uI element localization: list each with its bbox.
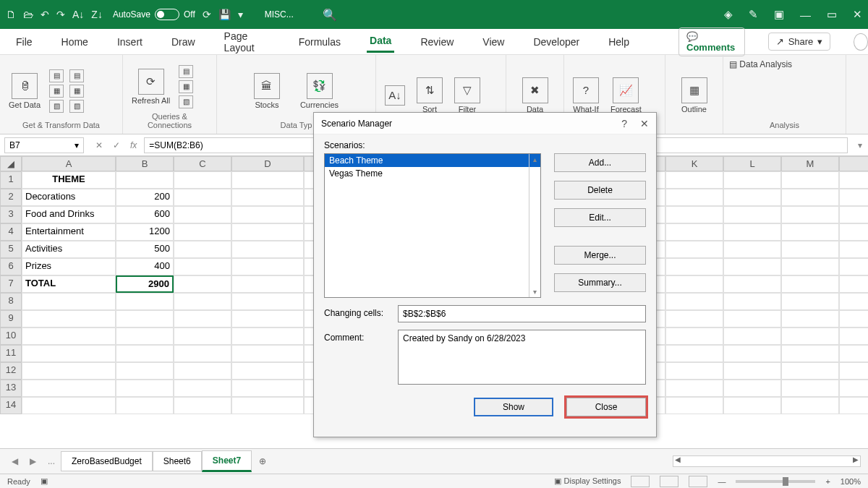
autosave-toggle[interactable]: [155, 9, 179, 20]
cell[interactable]: [231, 345, 304, 362]
cell[interactable]: [781, 241, 839, 258]
cell[interactable]: [174, 241, 231, 258]
row-header[interactable]: 14: [0, 397, 22, 414]
sheet-nav-next[interactable]: ▶: [24, 456, 42, 466]
cell[interactable]: [22, 345, 116, 362]
existing-icon[interactable]: ▦: [69, 85, 84, 98]
cell[interactable]: [781, 171, 839, 189]
row-header[interactable]: 3: [0, 206, 22, 223]
tab-help[interactable]: Help: [605, 32, 632, 52]
cell[interactable]: [723, 223, 781, 241]
gem-icon[interactable]: ◈: [724, 8, 733, 21]
close-icon[interactable]: ✕: [853, 8, 862, 21]
cell[interactable]: [116, 362, 174, 380]
cell[interactable]: [781, 345, 839, 362]
currencies-button[interactable]: 💱Currencies: [297, 72, 341, 111]
cell[interactable]: [116, 171, 174, 189]
share-button[interactable]: ↗ Share ▾: [768, 33, 831, 51]
tab-data[interactable]: Data: [367, 30, 394, 53]
cell[interactable]: [781, 362, 839, 380]
zoom-out[interactable]: —: [718, 477, 726, 486]
add-sheet-button[interactable]: ⊕: [252, 453, 273, 469]
filter-button[interactable]: ▽Filter: [451, 76, 483, 115]
autosave[interactable]: AutoSave Off: [113, 9, 195, 20]
horizontal-scrollbar[interactable]: [673, 455, 861, 467]
cell[interactable]: [22, 310, 116, 328]
links-icon[interactable]: ▧: [179, 95, 193, 108]
col-header[interactable]: B: [116, 156, 174, 171]
cell[interactable]: [231, 310, 304, 328]
cell[interactable]: [174, 310, 231, 328]
cell[interactable]: [665, 380, 723, 397]
undo-icon[interactable]: ↶: [41, 9, 49, 20]
cell[interactable]: [174, 397, 231, 414]
cell[interactable]: [174, 345, 231, 362]
cell[interactable]: Entertainment: [22, 223, 116, 241]
cell[interactable]: [231, 223, 304, 241]
cell[interactable]: 2900: [116, 275, 174, 293]
cell[interactable]: [116, 310, 174, 328]
cell[interactable]: [116, 397, 174, 414]
cell[interactable]: [839, 241, 868, 258]
open-icon[interactable]: 🗁: [23, 9, 33, 20]
cell[interactable]: [231, 328, 304, 345]
cell[interactable]: [665, 189, 723, 206]
cell[interactable]: Prizes: [22, 258, 116, 275]
tab-review[interactable]: Review: [417, 32, 456, 52]
cell[interactable]: [781, 258, 839, 275]
sheet-tab[interactable]: Sheet6: [153, 451, 202, 471]
col-header[interactable]: L: [723, 156, 781, 171]
from-table-icon[interactable]: ▧: [49, 100, 64, 113]
new-icon[interactable]: 🗋: [6, 9, 16, 20]
refresh-icon[interactable]: ⟳: [203, 9, 211, 20]
cell[interactable]: 200: [116, 189, 174, 206]
sheet-more[interactable]: ...: [42, 456, 61, 466]
cell[interactable]: [174, 328, 231, 345]
search-icon[interactable]: 🔍: [323, 8, 337, 22]
cell[interactable]: [174, 223, 231, 241]
stocks-button[interactable]: 🏛Stocks: [251, 72, 283, 111]
cell[interactable]: [723, 397, 781, 414]
cell[interactable]: [174, 258, 231, 275]
cell[interactable]: [723, 241, 781, 258]
cell[interactable]: [839, 310, 868, 328]
close-button[interactable]: Close: [566, 398, 646, 416]
cell[interactable]: [174, 362, 231, 380]
maximize-icon[interactable]: ▭: [827, 8, 837, 21]
cell[interactable]: [174, 380, 231, 397]
row-header[interactable]: 8: [0, 293, 22, 310]
draw-icon[interactable]: ✎: [749, 8, 758, 21]
display-settings[interactable]: ▣ Display Settings: [554, 476, 621, 486]
cell[interactable]: [839, 223, 868, 241]
tab-draw[interactable]: Draw: [169, 32, 198, 52]
cell[interactable]: [665, 310, 723, 328]
row-header[interactable]: 9: [0, 310, 22, 328]
cell[interactable]: [723, 189, 781, 206]
cell[interactable]: [22, 397, 116, 414]
cell[interactable]: [665, 241, 723, 258]
add-button[interactable]: Add...: [554, 153, 646, 172]
cell[interactable]: [839, 171, 868, 189]
forecast-button[interactable]: 📈Forecast: [608, 76, 644, 115]
view-icon[interactable]: ▣: [774, 8, 784, 21]
dropdown-icon[interactable]: ▾: [238, 9, 243, 20]
cell[interactable]: [781, 310, 839, 328]
cell[interactable]: [781, 397, 839, 414]
show-button[interactable]: Show: [474, 398, 553, 416]
col-header[interactable]: D: [231, 156, 304, 171]
cell[interactable]: [665, 345, 723, 362]
zoom-level[interactable]: 100%: [841, 477, 861, 486]
sheet-nav-prev[interactable]: ◀: [6, 456, 24, 466]
sheet-tab[interactable]: ZeroBasedBudget: [61, 451, 153, 471]
cell[interactable]: [174, 293, 231, 310]
row-header[interactable]: 6: [0, 258, 22, 275]
tab-file[interactable]: File: [13, 32, 35, 52]
cell[interactable]: Food and Drinks: [22, 206, 116, 223]
delete-button[interactable]: Delete: [554, 181, 646, 200]
view-normal[interactable]: [631, 476, 650, 487]
cell[interactable]: [723, 310, 781, 328]
enter-icon[interactable]: ✓: [113, 140, 120, 150]
tab-developer[interactable]: Developer: [530, 32, 582, 52]
cell[interactable]: 1200: [116, 223, 174, 241]
macro-icon[interactable]: ▣: [41, 476, 48, 486]
